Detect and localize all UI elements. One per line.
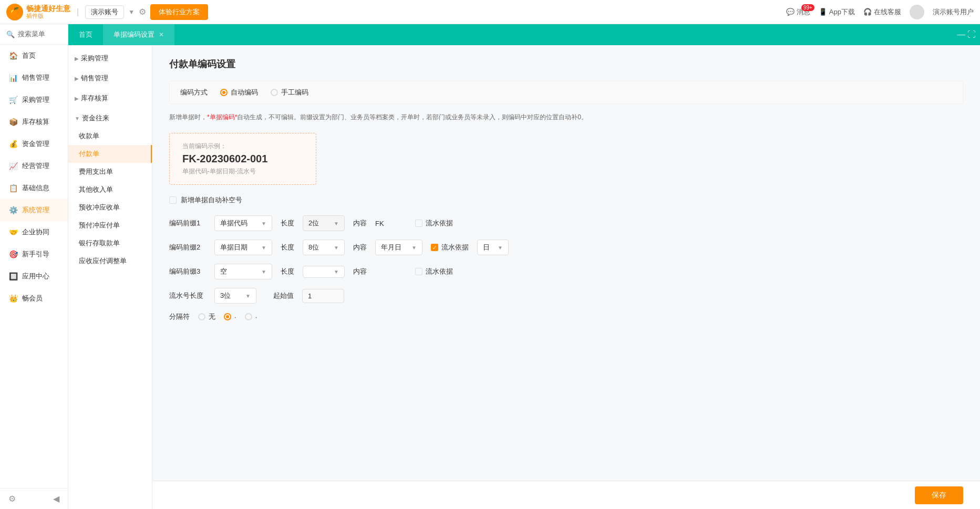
auto-encode-radio[interactable] [220,89,228,96]
stream3-checkbox[interactable] [415,268,422,275]
service-label: 在线客服 [874,7,901,17]
message-item[interactable]: 💬 消息 99+ [786,7,810,17]
sidebar-item-business[interactable]: 📈 经营管理 [0,155,68,177]
submenu-item-payment[interactable]: 付款单 [68,145,152,163]
submenu-item-expense[interactable]: 费用支出单 [68,163,152,181]
example-box: 当前编码示例： FK-20230602-001 单据代码-单据日期-流水号 [169,133,316,185]
tab-minimize-icon[interactable]: — [957,30,965,39]
user-name: 演示账号用户 [933,7,974,17]
example-desc: 单据代码-单据日期-流水号 [182,167,303,176]
serial-row: 流水号长度 3位 ▼ 起始值 [169,288,963,304]
stream2-period-select[interactable]: 日 ▼ [477,240,509,255]
logo-icon: 🍊 [6,4,23,20]
length1-select[interactable]: 2位 ▼ [303,215,345,231]
online-service-item[interactable]: 🎧 在线客服 [863,7,901,17]
industry-button[interactable]: 体验行业方案 [150,4,208,20]
manual-encode-radio[interactable] [271,89,278,96]
logo-main: 畅捷通好生意 [26,4,70,13]
prefix2-select[interactable]: 单据日期 ▼ [214,240,272,255]
submenu-group-fund-title[interactable]: ▼ 资金往来 [68,109,152,127]
app-download-item[interactable]: 📱 App下载 [819,7,855,17]
start-value-input[interactable] [302,289,344,303]
stream1-checkbox[interactable] [415,220,422,227]
submenu-group-fund: ▼ 资金往来 收款单 付款单 费用支出单 其他收入单 预收冲应收单 预付冲应付单… [68,109,152,270]
sidebar-item-guide[interactable]: 🎯 新手引导 [0,243,68,265]
search-label: 搜索菜单 [18,29,45,39]
auto-encode-option[interactable]: 自动编码 [220,88,258,97]
prefix3-select[interactable]: 空 ▼ [214,264,272,279]
sidebar-settings-icon[interactable]: ⚙ [8,494,16,504]
separator-dash[interactable]: · [245,313,257,321]
content-area: ▶ 采购管理 ▶ 销售管理 ▶ 库存核算 [68,45,980,509]
prefix3-select-value: 空 [220,267,227,276]
submenu-item-bank[interactable]: 银行存取款单 [68,234,152,252]
sidebar-nav: 🏠 首页 📊 销售管理 🛒 采购管理 📦 库存核算 💰 资金管理 📈 经 [0,45,68,488]
search-menu[interactable]: 🔍 搜索菜单 [0,24,68,45]
serial-length-label: 流水号长度 [169,291,206,300]
separator-dot[interactable]: · [224,313,236,321]
submenu-item-prepay-payable[interactable]: 预付冲应付单 [68,216,152,234]
logo-sub: 插件版 [26,13,70,19]
content2-select[interactable]: 年月日 ▼ [375,240,422,255]
save-button[interactable]: 保存 [915,486,963,504]
submenu-item-adjust[interactable]: 应收应付调整单 [68,252,152,270]
prefix1-dropdown-icon: ▼ [261,221,266,226]
content1-value: FK [375,220,407,227]
sidebar-item-collab[interactable]: 🤝 企业协同 [0,221,68,243]
stream2-checkbox[interactable]: ✓ [431,244,438,251]
sidebar-item-member[interactable]: 👑 畅会员 [0,287,68,309]
sidebar-item-home[interactable]: 🏠 首页 [0,45,68,67]
prefix1-select[interactable]: 单据代码 ▼ [214,215,272,231]
settings-icon[interactable]: ⚙ [139,7,146,17]
length2-select[interactable]: 8位 ▼ [303,240,345,255]
sidebar-item-sales[interactable]: 📊 销售管理 [0,67,68,89]
sidebar-bottom: ⚙ ◀ [0,488,68,509]
submenu-group-purchase: ▶ 采购管理 [68,49,152,67]
prefix2-label: 编码前缀2 [169,243,206,252]
sidebar-collapse-icon[interactable]: ◀ [53,494,59,504]
submenu-item-prepay-receivable[interactable]: 预收冲应收单 [68,199,152,216]
separator-none-radio[interactable] [198,313,205,320]
sidebar-item-label: 应用中心 [22,272,49,281]
sidebar-item-inventory[interactable]: 📦 库存核算 [0,111,68,133]
avatar[interactable] [910,5,924,19]
length1-value: 2位 [308,219,319,228]
app-icon: 📱 [819,8,827,16]
sidebar-item-label: 销售管理 [22,73,49,82]
serial-length-select[interactable]: 3位 ▼ [214,288,256,304]
length2-value: 8位 [308,243,319,252]
encoding-method-label: 编码方式 [180,88,208,97]
manual-encode-option[interactable]: 手工编码 [271,88,308,97]
submenu-item-receipt[interactable]: 收款单 [68,127,152,145]
company-name[interactable]: 演示账号 [85,5,124,19]
separator-dot-radio[interactable] [224,313,231,320]
tab-encoding-settings[interactable]: 单据编码设置 ✕ [103,24,174,45]
tab-close-icon[interactable]: ✕ [159,31,164,38]
sidebar-item-system[interactable]: ⚙️ 系统管理 [0,199,68,221]
prefix-row-2: 编码前缀2 单据日期 ▼ 长度 8位 ▼ 内容 年月日 [169,240,963,255]
serial-length-dropdown-icon: ▼ [245,293,251,299]
message-badge: 99+ [801,4,814,11]
tab-home[interactable]: 首页 [68,24,103,45]
submenu-group-stock: ▶ 库存核算 [68,89,152,107]
example-label: 当前编码示例： [182,142,303,151]
submenu-group-label: 采购管理 [81,54,108,63]
submenu-group-stock-title[interactable]: ▶ 库存核算 [68,89,152,107]
sidebar-item-label: 系统管理 [22,205,49,215]
sidebar-item-basic[interactable]: 📋 基础信息 [0,177,68,199]
submenu-item-other-income[interactable]: 其他收入单 [68,181,152,199]
separator-none[interactable]: 无 [198,312,215,321]
chevron-down-icon: ▼ [75,116,80,121]
dropdown-arrow-icon[interactable]: ▼ [128,8,135,16]
sidebar-item-finance[interactable]: 💰 资金管理 [0,133,68,155]
separator-dash-radio[interactable] [245,313,252,320]
basic-icon: 📋 [8,183,18,193]
auto-fill-checkbox[interactable] [169,196,177,204]
submenu-group-sales-title[interactable]: ▶ 销售管理 [68,69,152,87]
submenu-group-purchase-title[interactable]: ▶ 采购管理 [68,49,152,67]
sidebar-item-purchase[interactable]: 🛒 采购管理 [0,89,68,111]
sidebar-item-app[interactable]: 🔲 应用中心 [0,265,68,287]
length3-select[interactable]: ▼ [303,266,345,278]
tab-expand-icon[interactable]: ⛶ [967,30,976,39]
stream3-checkbox-row: 流水依据 [415,267,453,276]
